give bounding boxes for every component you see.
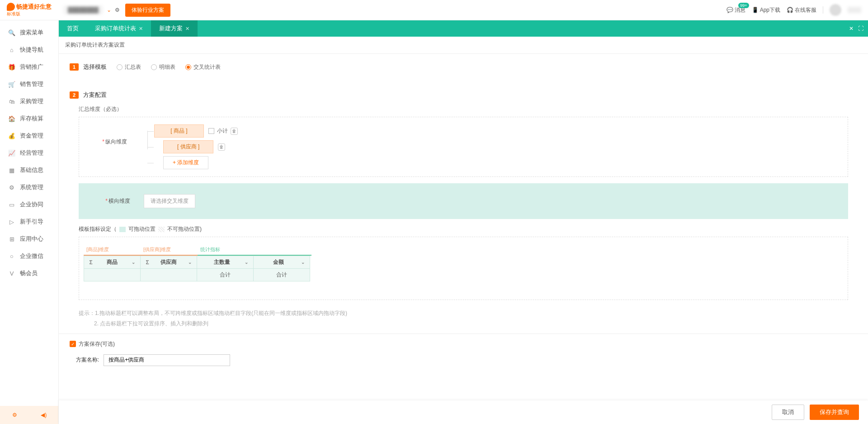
cancel-button[interactable]: 取消 — [772, 405, 804, 420]
gear-icon: ⚙ — [8, 184, 15, 191]
radio-明细表[interactable]: 明细表 — [151, 63, 175, 71]
sidebar-item-app[interactable]: ⊞应用中心 — [0, 230, 58, 248]
sidebar-item-search[interactable]: 🔍搜索菜单 — [0, 24, 58, 41]
summary-dim-label: 汇总维度（必选） — [79, 105, 857, 113]
gift-icon: 🎁 — [8, 63, 15, 71]
search-icon: 🔍 — [8, 29, 15, 36]
collapse-button[interactable]: ◀) — [29, 406, 59, 424]
th-qty[interactable]: 主数量⌄ — [197, 256, 254, 269]
chevron-down-icon[interactable]: ⌄ — [300, 260, 306, 265]
sigma-icon: Σ — [88, 259, 94, 266]
radio-交叉统计表[interactable]: 交叉统计表 — [185, 63, 221, 71]
tab-bar: 首页采购订单统计表✕新建方案✕ ✕ ⛶ — [59, 20, 868, 37]
sidebar-item-wechat[interactable]: ○企业微信 — [0, 248, 58, 265]
app-header: 畅捷通好生意 标准版 ████████ ⌄ ⚙ 体验行业方案 💬 消息 99+ … — [0, 0, 868, 20]
content: 采购订单统计表方案设置 1 选择模板 汇总表明细表交叉统计表 2 方案配置 汇总… — [59, 37, 868, 424]
dim-tag-supplier[interactable]: [ 供应商 ] — [163, 140, 213, 153]
sidebar-item-vip[interactable]: V畅会员 — [0, 265, 58, 282]
breadcrumb: 采购订单统计表方案设置 — [59, 37, 868, 54]
footer-bar: 取消 保存并查询 — [59, 400, 868, 424]
sidebar-item-bag[interactable]: 🛍采购管理 — [0, 93, 58, 110]
home-icon: ⌂ — [8, 46, 15, 53]
gear-icon[interactable]: ⚙ — [115, 7, 120, 13]
wechat-icon: ○ — [8, 252, 15, 260]
sidebar-item-label: 畅会员 — [20, 269, 38, 277]
close-icon[interactable]: ✕ — [185, 26, 189, 32]
fullscreen-icon[interactable]: ⛶ — [858, 25, 863, 32]
message-icon: 💬 — [726, 7, 733, 13]
template-indicator-label: 模板指标设定（ 可拖动位置 不可拖动位置) — [79, 225, 857, 233]
sidebar-item-label: 系统管理 — [20, 183, 43, 191]
save-query-button[interactable]: 保存并查询 — [810, 405, 859, 420]
header-right: 💬 消息 99+ 📱 App下载 🎧 在线客服 — [726, 4, 861, 16]
sidebar-item-gift[interactable]: 🎁营销推广 — [0, 58, 58, 76]
chevron-down-icon[interactable]: ⌄ — [107, 7, 111, 13]
tab-采购订单统计表[interactable]: 采购订单统计表✕ — [87, 20, 151, 37]
step1-badge: 1 — [70, 63, 79, 71]
house-icon: 🏠 — [8, 115, 15, 122]
messages-link[interactable]: 💬 消息 99+ — [726, 6, 745, 14]
horizontal-dim-select[interactable]: 请选择交叉维度 — [144, 194, 195, 208]
company-selector[interactable]: ████████ — [63, 5, 103, 14]
app-download-link[interactable]: 📱 App下载 — [752, 6, 780, 14]
th-product[interactable]: Σ商品⌄ — [84, 256, 141, 269]
legend-nondraggable-icon — [158, 227, 165, 232]
headset-icon: 🎧 — [787, 7, 793, 13]
user-name[interactable] — [848, 7, 861, 13]
vertical-dim-panel: *纵向维度 [ 商品 ] 小计 🗑 — [79, 117, 848, 177]
plan-name-input[interactable] — [104, 354, 230, 366]
logo-subtitle: 标准版 — [7, 11, 20, 17]
radio-icon — [151, 64, 157, 70]
online-service-label: 在线客服 — [795, 6, 816, 14]
messages-badge: 99+ — [738, 3, 749, 8]
vip-icon: V — [8, 270, 15, 277]
tab-首页[interactable]: 首页 — [59, 20, 87, 37]
cell-total-qty: 合计 — [197, 269, 254, 281]
avatar[interactable] — [830, 4, 841, 16]
horizontal-dim-panel: *横向维度 请选择交叉维度 — [79, 183, 848, 219]
sidebar-item-label: 经营管理 — [20, 149, 43, 157]
chevron-down-icon[interactable]: ⌄ — [130, 260, 137, 265]
col-header-stat: 统计指标 — [198, 244, 311, 256]
sidebar-item-home[interactable]: ⌂快捷导航 — [0, 41, 58, 58]
close-icon[interactable]: ✕ — [139, 26, 143, 32]
sidebar-item-money[interactable]: 💰资金管理 — [0, 127, 58, 144]
trial-button[interactable]: 体验行业方案 — [125, 4, 170, 17]
tab-label: 首页 — [67, 24, 79, 33]
chevron-down-icon[interactable]: ⌄ — [243, 260, 250, 265]
sidebar-item-chart[interactable]: 📈经营管理 — [0, 144, 58, 162]
cell-empty — [141, 269, 197, 281]
settings-button[interactable]: ⚙ — [0, 406, 29, 424]
th-amount[interactable]: 金额⌄ — [254, 256, 310, 269]
sidebar-item-house[interactable]: 🏠库存核算 — [0, 110, 58, 127]
save-checkbox[interactable]: ✓ — [70, 341, 76, 347]
legend-draggable-icon — [119, 227, 126, 232]
step1-section: 1 选择模板 汇总表明细表交叉统计表 — [59, 54, 868, 82]
sidebar-item-team[interactable]: ▭企业协同 — [0, 196, 58, 213]
chevron-down-icon[interactable]: ⌄ — [187, 260, 193, 265]
tab-新建方案[interactable]: 新建方案✕ — [151, 20, 198, 37]
close-all-icon[interactable]: ✕ — [849, 25, 854, 32]
sidebar-item-info[interactable]: ▦基础信息 — [0, 162, 58, 179]
delete-icon[interactable]: 🗑 — [231, 128, 238, 135]
tab-label: 新建方案 — [159, 24, 183, 33]
sidebar-item-cart[interactable]: 🛒销售管理 — [0, 76, 58, 93]
radio-汇总表[interactable]: 汇总表 — [117, 63, 141, 71]
subtotal-checkbox[interactable] — [208, 128, 214, 134]
sidebar-item-guide[interactable]: ▷新手引导 — [0, 213, 58, 230]
dim-tag-product[interactable]: [ 商品 ] — [154, 124, 204, 138]
sidebar-item-label: 新手引导 — [20, 218, 43, 226]
team-icon: ▭ — [8, 201, 15, 208]
guide-icon: ▷ — [8, 218, 15, 225]
sidebar-item-label: 采购管理 — [20, 97, 43, 105]
delete-icon[interactable]: 🗑 — [218, 143, 225, 151]
radio-icon — [117, 64, 123, 70]
sidebar-item-gear[interactable]: ⚙系统管理 — [0, 179, 58, 196]
add-dimension-button[interactable]: + 添加维度 — [163, 156, 208, 169]
step1-title: 选择模板 — [83, 63, 107, 71]
cell-total-amount: 合计 — [254, 269, 310, 281]
online-service-link[interactable]: 🎧 在线客服 — [787, 6, 816, 14]
app-download-label: App下载 — [760, 6, 780, 14]
th-supplier[interactable]: Σ供应商⌄ — [141, 256, 197, 269]
money-icon: 💰 — [8, 132, 15, 139]
